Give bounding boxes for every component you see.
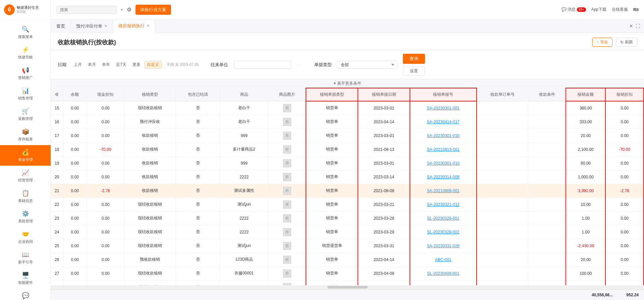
tab-prepay-label: 预付冲应付单 <box>76 23 102 29</box>
date-btn-this-month[interactable]: 本月 <box>86 61 98 68</box>
refresh-icon: ↻ <box>620 40 624 45</box>
search-chevron-icon[interactable]: ▾ <box>121 7 123 12</box>
sidebar-item-label: 采购管理 <box>18 116 33 121</box>
page-header-actions: ↑ 导出 ↻ 刷新 <box>592 38 637 47</box>
user-name[interactable]: Rit <box>633 7 639 12</box>
sidebar-item-marketing[interactable]: 📢 营销推广 <box>0 63 51 84</box>
sidebar-item-collab[interactable]: 🤝 企业协同 <box>0 227 51 248</box>
sidebar-item-label: 企业协同 <box>18 239 33 244</box>
export-icon: ↑ <box>597 40 599 45</box>
date-btn-more[interactable]: 更多 <box>130 61 143 68</box>
tab-bar-controls: ✕ ⛶ <box>625 24 644 29</box>
sidebar-item-basic[interactable]: 📋 基础信息 <box>0 186 51 207</box>
guide-icon: 📖 <box>22 251 29 258</box>
tab-verify-label: 收款核销执行 <box>118 23 145 29</box>
sidebar-item-inventory[interactable]: 📦 库存核算 <box>0 125 51 145</box>
refresh-button[interactable]: ↻ 刷新 <box>616 38 637 47</box>
sidebar-item-operations[interactable]: 📈 经营管理 <box>0 166 51 186</box>
th-bill-no: 核销单据号 <box>410 88 477 101</box>
tab-prepay-close[interactable]: ✕ <box>104 24 107 28</box>
sidebar-item-quicknav[interactable]: ⚡ 快捷导航 <box>0 43 51 63</box>
search-input[interactable] <box>56 6 117 14</box>
th-settings[interactable]: ⚙ <box>51 88 63 101</box>
th-bill-date: 核销单据日期 <box>358 88 410 101</box>
tab-bar: 首页 预付冲应付单 ✕ 收款核销执行 ✕ ✕ ⛶ <box>51 19 644 33</box>
sidebar-item-search[interactable]: 🔍 搜索菜单 <box>0 22 51 43</box>
goods-img-cell: 图 <box>268 198 306 211</box>
sidebar-item-label: 库存核算 <box>18 137 33 142</box>
date-btn-this-year[interactable]: 本年 <box>100 61 112 68</box>
sidebar-menu: 🔍 搜索菜单 ⚡ 快捷导航 📢 营销推广 📊 销售管理 🛒 采购管理 📦 <box>0 19 51 300</box>
sidebar-item-purchase[interactable]: 🛒 采购管理 <box>0 104 51 125</box>
page-content: 收款核销执行(按收款) ↑ 导出 ↻ 刷新 日期 上 <box>51 33 644 300</box>
filter-bar: 日期 上月 本月 本年 近7天 更多 自定义 不限 至 2023-07-26 往… <box>51 50 644 79</box>
sales-icon: 📊 <box>22 87 29 94</box>
sidebar-item-system[interactable]: ⚙️ 系统管理 <box>0 207 51 227</box>
page-title: 收款核销执行(按收款) <box>58 38 116 46</box>
industry-btn[interactable]: 体验行业方案 <box>136 5 171 15</box>
table-row: 240.000.00现结收款核销否2222图销货单2023-03-28SL-20… <box>51 225 644 239</box>
tab-home[interactable]: 首页 <box>51 19 71 33</box>
main-content: ▾ ⚙ 体验行业方案 💬 消息 99+ App下载 在线客服 Rit 首页 预付… <box>51 0 644 300</box>
tab-prepay[interactable]: 预付冲应付单 ✕ <box>71 19 113 33</box>
export-button[interactable]: ↑ 导出 <box>592 38 612 47</box>
sidebar-item-label: 搜索菜单 <box>18 34 33 39</box>
date-filter-label: 日期 <box>58 62 66 68</box>
tab-verify-close[interactable]: ✕ <box>147 24 150 28</box>
sidebar-item-guide[interactable]: 📖 新手引导 <box>0 248 51 268</box>
app-download-link[interactable]: App下载 <box>591 7 606 12</box>
date-btn-last-month[interactable]: 上月 <box>72 61 84 68</box>
logo-name: 畅捷通好生意 <box>17 5 39 10</box>
quicknav-icon: ⚡ <box>22 46 29 53</box>
th-cash-discount: 现金折扣 <box>87 88 124 101</box>
logo-icon: 6 <box>4 4 15 15</box>
sidebar-item-label: 基础信息 <box>18 198 33 203</box>
date-range-text: 不限 至 2023-07-26 <box>167 62 199 67</box>
goods-img-cell: 图 <box>268 170 306 184</box>
purchase-icon: 🛒 <box>22 108 29 115</box>
th-goods-img: 商品图片 <box>268 88 306 101</box>
table-wrapper[interactable]: ⚙ 余额 现金折扣 核销类型 包含已结清 商品 商品图片 核销单据类型 核销单据… <box>51 88 644 285</box>
online-service-link[interactable]: 在线客服 <box>612 7 628 12</box>
notification-icon[interactable]: 💬 消息 99+ <box>561 7 586 12</box>
goods-img-cell: 图 <box>268 280 306 285</box>
notification-badge: 99+ <box>577 7 586 12</box>
expand-more[interactable]: ▾ 展开更多条件 <box>51 79 644 88</box>
settings-icon[interactable]: ⚙ <box>127 6 131 13</box>
bill-type-select[interactable]: 全部 销货单 销货退货单 <box>337 61 397 69</box>
date-btn-custom[interactable]: 自定义 <box>145 61 161 69</box>
date-btn-7days[interactable]: 近7天 <box>114 61 128 68</box>
sidebar-item-label: 资金管理 <box>18 157 33 162</box>
goods-img-cell: 图 <box>268 156 306 170</box>
table-row: 190.000.00收款核销否999图销货单2023-03-01SA-20230… <box>51 156 644 170</box>
sidebar-item-hardware[interactable]: 🖥️ 智能硬件 <box>0 268 51 289</box>
goods-img-cell: 图 <box>268 239 306 253</box>
table-footer: 40,556,66... 952.24 <box>51 289 644 300</box>
horizontal-scrollbar[interactable] <box>327 286 368 289</box>
table-row: 230.000.00现结收款核销否2222图销货单2023-03-28SL-20… <box>51 211 644 225</box>
setting-button[interactable]: 设置 <box>403 67 425 76</box>
footer-verify-discount: 952.24 <box>626 293 639 297</box>
tab-close-all-icon[interactable]: ✕ <box>629 24 633 29</box>
from-unit-dots[interactable]: ··· <box>297 62 302 67</box>
sidebar-item-finance[interactable]: 💰 资金管理 <box>0 145 51 166</box>
th-included: 包含已结清 <box>175 88 220 101</box>
table-row: 150.000.00现结收款核销否老白干图销货单2023-03-01SA-202… <box>51 101 644 115</box>
query-button[interactable]: 查询 <box>403 54 425 64</box>
sidebar-item-weixin[interactable]: 💬 企业微信 <box>0 289 51 300</box>
goods-img-cell: 图 <box>268 184 306 198</box>
table-row: 210.00-2.76收款核销否测试多属性图销货单2021-08-08SA-20… <box>51 184 644 198</box>
bill-type-label: 单据类型 <box>314 62 332 68</box>
sidebar-item-sales[interactable]: 📊 销售管理 <box>0 84 51 104</box>
from-unit-input[interactable] <box>233 61 291 69</box>
th-verify-type: 核销类型 <box>124 88 175 101</box>
goods-img-cell: 图 <box>268 266 306 280</box>
goods-img-cell: 图 <box>268 129 306 142</box>
basic-icon: 📋 <box>22 189 29 197</box>
tab-expand-icon[interactable]: ⛶ <box>636 24 640 29</box>
sidebar-item-label: 营销推广 <box>18 75 33 80</box>
from-unit-label: 往来单位 <box>211 62 228 68</box>
table-row: 170.000.00收款核销否999图销货单2023-03-01SA-20230… <box>51 129 644 142</box>
sidebar-item-label: 智能硬件 <box>18 280 33 285</box>
tab-verify[interactable]: 收款核销执行 ✕ <box>113 19 155 33</box>
